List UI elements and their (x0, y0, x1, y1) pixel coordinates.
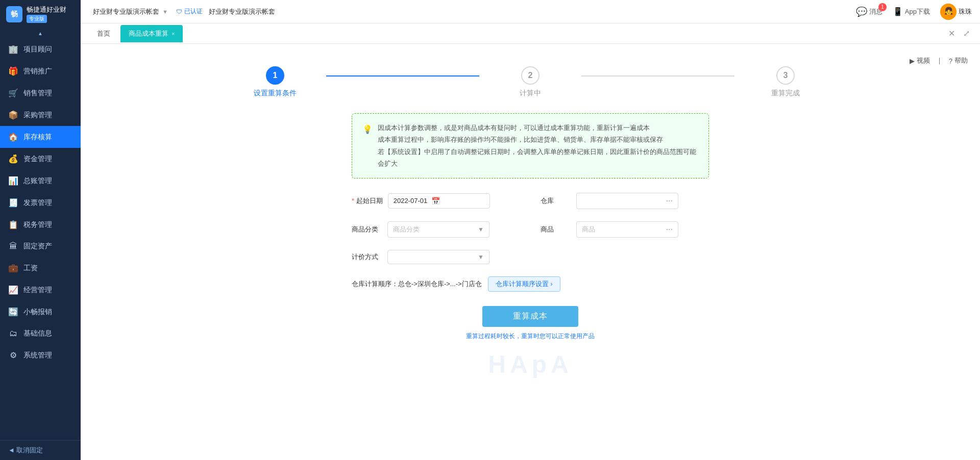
info-line-2: 成本重算过程中，影响库存账的操作均不能操作，比如进货单、销货单、库存单据不能审核… (378, 134, 698, 145)
warehouse-input[interactable]: ··· (576, 193, 678, 209)
sidebar-item-purchase[interactable]: 📦 采购管理 (0, 104, 81, 126)
goods-more-icon[interactable]: ··· (666, 225, 673, 234)
calc-order-row: 仓库计算顺序：总仓->深圳仓库->...->门店仓 总仓->深圳仓库->...-… (352, 276, 709, 292)
scroll-up-indicator[interactable]: ▲ (0, 29, 81, 38)
sidebar-item-basic[interactable]: 🗂 基础信息 (0, 323, 81, 344)
cert-badge: 🛡 已认证 (176, 7, 203, 16)
step-3: 3 重算完成 (734, 66, 837, 98)
account-select[interactable]: 好业财专业版演示帐套 ▼ (89, 5, 172, 18)
sidebar-item-label: 经营管理 (23, 286, 52, 295)
payroll-icon: 💼 (8, 263, 18, 273)
goods-placeholder: 商品 (582, 225, 595, 234)
basic-icon: 🗂 (8, 329, 18, 338)
sidebar-item-payroll[interactable]: 💼 工资 (0, 257, 81, 279)
window-close-button[interactable]: ✕ (946, 27, 957, 40)
sidebar-item-label: 库存核算 (23, 133, 52, 142)
sidebar-item-operations[interactable]: 📈 经营管理 (0, 279, 81, 301)
sidebar-item-label: 发票管理 (23, 198, 52, 208)
sidebar-item-marketing[interactable]: 🎁 营销推广 (0, 60, 81, 82)
topbar-account-name: 好业财专业版演示帐套 (209, 7, 275, 16)
step-line-2 (581, 75, 734, 76)
purchase-icon: 📦 (8, 110, 18, 120)
warehouse-label: 仓库 (541, 196, 571, 206)
sidebar-unpin-button[interactable]: ◄ 取消固定 (0, 440, 81, 460)
start-date-label: * 起始日期 (352, 196, 383, 206)
sidebar-title-area: 畅捷通好业财 专业版 (27, 6, 66, 23)
warehouse-field: 仓库 ··· (541, 193, 709, 209)
pricing-field: 计价方式 ▼ (352, 250, 520, 264)
info-text: 因成本计算参数调整，或是对商品成本有疑问时，可以通过成本重算功能，重新计算一遍成… (378, 122, 698, 170)
sidebar-item-system[interactable]: ⚙ 系统管理 (0, 344, 81, 366)
sidebar-item-project[interactable]: 🏢 项目顾问 (0, 38, 81, 60)
category-select[interactable]: 商品分类 ▼ (387, 221, 489, 238)
calendar-icon[interactable]: 📅 (431, 197, 440, 205)
goods-input[interactable]: 商品 ··· (576, 221, 678, 238)
step-3-label: 重算完成 (771, 89, 800, 98)
category-placeholder: 商品分类 (393, 225, 420, 234)
app-download-label: App下载 (905, 7, 930, 16)
recalc-button[interactable]: 重算成本 (482, 306, 578, 327)
sidebar-nav: 🏢 项目顾问 🎁 营销推广 🛒 销售管理 📦 采购管理 🏠 库存核算 💰 资金管… (0, 38, 81, 440)
pricing-label: 计价方式 (352, 252, 382, 262)
start-date-input[interactable]: 2022-07-01 📅 (388, 193, 490, 209)
recalc-btn-label: 重算成本 (513, 312, 548, 320)
phone-icon: 📱 (893, 7, 903, 16)
user-profile-button[interactable]: 👧 珠珠 (940, 4, 972, 20)
inventory-icon: 🏠 (8, 132, 18, 142)
sidebar-item-accounting[interactable]: 📊 总账管理 (0, 170, 81, 192)
sidebar-item-label: 销售管理 (23, 89, 52, 98)
user-name: 珠珠 (959, 7, 972, 16)
avatar: 👧 (940, 4, 957, 20)
message-button[interactable]: 💬 消息 1 (856, 6, 883, 17)
tab-home-label: 首页 (97, 29, 110, 38)
tab-close-icon[interactable]: × (172, 31, 175, 37)
sidebar-item-expense[interactable]: 🔄 小畅报销 (0, 301, 81, 323)
step-line-1 (326, 75, 479, 76)
goods-label: 商品 (541, 225, 571, 234)
window-expand-button[interactable]: ⤢ (961, 27, 972, 40)
step-2-num: 2 (528, 71, 533, 80)
app-logo-icon: 畅 (6, 6, 22, 22)
accounting-icon: 📊 (8, 176, 18, 186)
tab-home[interactable]: 首页 (89, 25, 118, 42)
form-row-3: 计价方式 ▼ (352, 250, 709, 264)
marketing-icon: 🎁 (8, 66, 18, 76)
recalc-section: 重算成本 重算过程耗时较长，重算时您可以正常使用产品 (101, 306, 960, 341)
info-line-3: 若【系统设置】中启用了自动调整记账日期时，会调整入库单的整单记账日期，因此重新计… (378, 146, 698, 170)
assets-icon: 🏛 (8, 242, 18, 251)
message-icon: 💬 (856, 6, 867, 17)
app-title: 畅捷通好业财 (27, 6, 66, 14)
svg-text:👧: 👧 (944, 7, 953, 15)
sidebar-item-invoice[interactable]: 🧾 发票管理 (0, 192, 81, 214)
app-download-button[interactable]: 📱 App下载 (893, 7, 930, 16)
sidebar-item-label: 总账管理 (23, 176, 52, 186)
tab-recalc[interactable]: 商品成本重算 × (120, 25, 183, 42)
start-date-field: * 起始日期 2022-07-01 📅 (352, 193, 520, 209)
sidebar-item-inventory[interactable]: 🏠 库存核算 (0, 126, 81, 148)
sidebar-item-sales[interactable]: 🛒 销售管理 (0, 82, 81, 104)
pricing-dropdown-icon: ▼ (478, 253, 484, 261)
sidebar-item-assets[interactable]: 🏛 固定资产 (0, 236, 81, 257)
watermark: HApA (488, 350, 572, 378)
invoice-icon: 🧾 (8, 198, 18, 208)
cert-text: 已认证 (184, 7, 203, 16)
sidebar-item-label: 营销推广 (23, 67, 52, 76)
form-row-2: 商品分类 商品分类 ▼ 商品 商品 ··· (352, 221, 709, 238)
calc-order-label: 仓库计算顺序：总仓->深圳仓库->...->门店仓 (352, 279, 482, 289)
unpin-label: ◄ 取消固定 (8, 446, 43, 455)
message-badge: 1 (878, 3, 887, 11)
sidebar-item-finance[interactable]: 💰 资金管理 (0, 148, 81, 170)
pricing-select[interactable]: ▼ (387, 250, 489, 264)
main-area: 好业财专业版演示帐套 ▼ 🛡 已认证 好业财专业版演示帐套 💬 消息 1 📱 A… (81, 0, 980, 460)
edition-badge: 专业版 (27, 15, 47, 23)
tabs-bar: 首页 商品成本重算 × ✕ ⤢ (81, 23, 980, 44)
calc-order-settings-button[interactable]: 仓库计算顺序设置 › (488, 276, 560, 292)
cert-shield-icon: 🛡 (176, 8, 182, 15)
sidebar: 畅 畅捷通好业财 专业版 ▲ 🏢 项目顾问 🎁 营销推广 🛒 销售管理 📦 采购… (0, 0, 81, 460)
step-1-label: 设置重算条件 (254, 89, 297, 98)
sidebar-item-label: 工资 (23, 264, 38, 273)
warehouse-more-icon[interactable]: ··· (666, 196, 673, 206)
sidebar-item-tax[interactable]: 📋 税务管理 (0, 214, 81, 236)
sidebar-item-label: 小畅报销 (23, 308, 52, 317)
sidebar-item-label: 系统管理 (23, 351, 52, 360)
